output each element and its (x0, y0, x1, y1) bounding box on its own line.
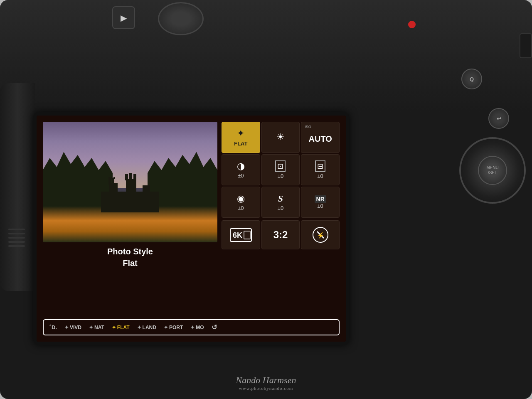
style-item-flat[interactable]: ✦ FLAT (112, 325, 130, 330)
contrast-value: ±0 (238, 172, 244, 179)
saturation-icon: ◉ (237, 193, 245, 204)
style-item-custom[interactable]: ↺ (212, 323, 217, 331)
q-button[interactable]: Q (461, 69, 482, 89)
shadow-value: ±0 (317, 173, 323, 179)
left-grip (0, 83, 35, 291)
style-port-dot: ✦ (164, 325, 168, 330)
watermark-url: www.photobynando.com (236, 386, 296, 391)
iso-cell[interactable]: ISO AUTO (301, 122, 340, 153)
watermark-name: Nando Harmsen (236, 375, 296, 386)
contrast-icon: ◑ (237, 161, 245, 172)
style-vivid-label: VIVD (70, 325, 81, 330)
svg-rect-11 (113, 177, 115, 179)
highlight-icon: ⊡ (275, 160, 286, 172)
6k-icon: 6K (229, 228, 252, 242)
svg-rect-5 (112, 178, 114, 185)
style-item-mo[interactable]: ✦ MO (190, 325, 204, 330)
svg-rect-3 (143, 185, 150, 196)
watermark: Nando Harmsen www.photobynando.com (236, 375, 296, 391)
iso-label: ISO (305, 125, 311, 129)
white-balance-cell[interactable]: ☀ (261, 122, 300, 153)
sharpness-cell[interactable]: S ±0 (261, 187, 300, 218)
svg-rect-4 (108, 178, 111, 185)
highlight-cell[interactable]: ⊡ ±0 (261, 154, 300, 185)
svg-rect-14 (244, 231, 250, 239)
style-port-label: PORT (169, 325, 183, 330)
svg-text:⚡: ⚡ (317, 232, 324, 239)
wb-icon: ☀ (276, 132, 285, 143)
photo-style-cell[interactable]: ✦ FLAT (222, 122, 260, 153)
style-d-label: ˊD. (49, 324, 57, 330)
svg-rect-7 (129, 173, 132, 180)
bottom-settings-row: 6K 3:2 ⚡ (222, 220, 340, 249)
q-button-face[interactable]: Q (461, 69, 482, 89)
style-custom-icon: ↺ (212, 323, 217, 331)
style-vivid-dot: ✦ (64, 325, 69, 330)
photo-style-display: Photo Style Flat (43, 246, 217, 269)
shadow-icon: ⊟ (315, 160, 325, 172)
svg-rect-2 (126, 179, 136, 196)
svg-rect-6 (125, 174, 128, 180)
flash-icon: ⚡ (312, 227, 329, 243)
iso-value: AUTO (309, 134, 332, 144)
shadow-cell[interactable]: ⊟ ±0 (301, 154, 340, 185)
castle-silhouette (97, 171, 163, 212)
control-dial[interactable]: MENU/SET (459, 137, 526, 204)
nr-value: ±0 (317, 203, 323, 209)
photo-style-label: Photo Style (43, 246, 217, 257)
saturation-cell[interactable]: ◉ ±0 (222, 187, 260, 218)
aspect-ratio-cell[interactable]: 3:2 (261, 220, 300, 249)
menu-set-label: MENU/SET (486, 165, 498, 175)
lcd-screen: Photo Style Flat ✦ FLAT ☀ (33, 112, 349, 345)
settings-grid: ✦ FLAT ☀ ISO AUTO (222, 122, 340, 218)
style-nat-label: NAT (94, 325, 104, 330)
menu-set-button[interactable]: MENU/SET (478, 156, 507, 185)
back-button[interactable]: ↩ (488, 108, 509, 129)
svg-rect-9 (108, 177, 110, 179)
q-label: Q (470, 76, 474, 82)
svg-rect-8 (133, 174, 136, 180)
style-flat-label: FLAT (117, 325, 130, 330)
screen-top-area: Photo Style Flat ✦ FLAT ☀ (43, 122, 340, 313)
flash-cell[interactable]: ⚡ (301, 220, 340, 249)
grip-ridges (8, 229, 25, 278)
style-item-port[interactable]: ✦ PORT (164, 325, 183, 330)
style-mo-dot: ✦ (190, 325, 195, 330)
style-item-vivid[interactable]: ✦ VIVD (64, 325, 81, 330)
saturation-value: ±0 (238, 205, 244, 211)
style-flat-dot: ✦ (112, 325, 116, 330)
style-nat-dot: ✦ (89, 325, 93, 330)
svg-rect-1 (109, 183, 118, 196)
play-button[interactable]: ▶ (112, 6, 135, 29)
sharpness-icon: S (278, 193, 283, 204)
strap-lug (520, 33, 532, 58)
noise-reduction-cell[interactable]: NR ±0 (301, 187, 340, 218)
record-button[interactable] (408, 21, 416, 28)
style-mo-label: MO (196, 325, 204, 330)
style-selector-bar[interactable]: ˊD. ✦ VIVD ✦ NAT ✦ FLAT ✦ LAND (43, 319, 340, 335)
style-item-d[interactable]: ˊD. (49, 324, 57, 330)
back-button-face[interactable]: ↩ (488, 108, 509, 129)
camera-top: ▶ (0, 0, 532, 112)
style-item-nat[interactable]: ✦ NAT (89, 325, 104, 330)
camera-body: ▶ Q ↩ MENU/SET (0, 0, 532, 399)
sharpness-value: ±0 (278, 205, 283, 211)
play-icon: ▶ (121, 13, 127, 23)
video-resolution-cell[interactable]: 6K (222, 220, 260, 249)
aspect-ratio-value: 3:2 (273, 229, 288, 241)
nr-label: NR (315, 195, 326, 203)
style-land-dot: ✦ (137, 325, 141, 330)
back-icon: ↩ (497, 116, 501, 122)
screen-content: Photo Style Flat ✦ FLAT ☀ (37, 116, 346, 342)
flat-icon: ✦ (237, 128, 244, 139)
style-item-land[interactable]: ✦ LAND (137, 325, 156, 330)
svg-text:6K: 6K (233, 231, 242, 239)
style-land-label: LAND (143, 325, 156, 330)
photo-style-value: Flat (43, 257, 217, 269)
settings-panel: ✦ FLAT ☀ ISO AUTO (222, 122, 340, 313)
highlight-value: ±0 (278, 173, 283, 179)
contrast-cell[interactable]: ◑ ±0 (222, 154, 260, 185)
top-dial[interactable] (158, 2, 204, 35)
flat-label: FLAT (234, 140, 247, 147)
svg-rect-10 (111, 177, 113, 179)
